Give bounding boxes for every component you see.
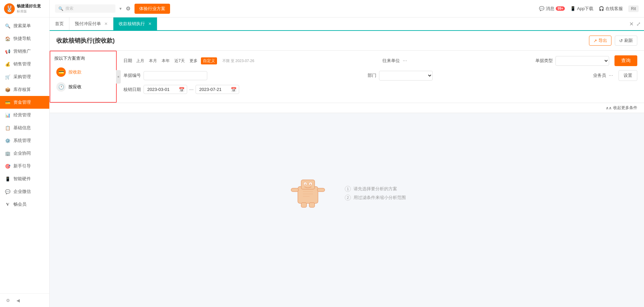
cal-start-icon: 📅	[179, 87, 184, 92]
wechat-icon: 💬	[5, 189, 11, 195]
salesperson-label: 业务员	[593, 72, 606, 79]
date-no-limit: 不限 至 2023-07-26	[222, 58, 254, 63]
sidebar-item-purchase[interactable]: 🛒 采购管理	[0, 70, 49, 83]
sidebar-bottom: ⚙ ◀	[0, 293, 49, 307]
tab-actions: ✕ ⤢	[626, 17, 644, 30]
date-label: 日期	[123, 58, 132, 64]
empty-hint-2: 2 用过滤条件来缩小分析范围	[345, 195, 406, 201]
salesperson-dots: ···	[609, 72, 613, 79]
message-badge: 99+	[556, 6, 565, 11]
sidebar-item-system[interactable]: ⚙️ 系统管理	[0, 134, 49, 147]
query-option-by-receipt[interactable]: 💳 按收款	[54, 65, 112, 80]
topbar: 🔍 搜索 ▾ ⚙ 体验行业方案 💬 消息 99+ 📱 App下载 🎧 在线客服 …	[50, 0, 644, 17]
solution-button[interactable]: 体验行业方案	[135, 4, 170, 14]
tab-collection-close[interactable]: ✕	[148, 21, 152, 26]
collapse-sidebar-icon[interactable]: ◀	[15, 297, 21, 304]
shortcut-more[interactable]: 更多	[188, 57, 199, 64]
search-topbar-icon: 🔍	[58, 6, 63, 11]
doc-number-input[interactable]	[144, 71, 207, 80]
sidebar-item-finance[interactable]: 💳 资金管理	[0, 96, 49, 109]
app-logo: 🐰 畅捷通好生意 标准版	[0, 0, 49, 17]
receipt-option-icon: 💳	[56, 67, 66, 77]
date-shortcuts: 上月 本月 本年 近7天 更多 自定义	[135, 57, 217, 64]
tab-collection[interactable]: 收款核销执行 ✕	[113, 17, 157, 30]
tab-close-all-icon[interactable]: ✕	[629, 21, 634, 27]
empty-illustration	[288, 176, 328, 210]
page-title: 收款核销执行(按收款)	[56, 37, 115, 45]
main-area: 🔍 搜索 ▾ ⚙ 体验行业方案 💬 消息 99+ 📱 App下载 🎧 在线客服 …	[50, 0, 644, 307]
hardware-icon: 📱	[5, 176, 11, 182]
purchase-icon: 🛒	[5, 74, 11, 80]
filter-row-2: 单据编号 部门 业务员 ··· 设置	[123, 70, 637, 81]
filter-area: 按以下方案查询 💳 按收款 🕐 按应收 « 日期	[50, 51, 644, 103]
message-button[interactable]: 💬 消息 99+	[539, 6, 565, 12]
shortcut-custom[interactable]: 自定义	[201, 57, 217, 64]
left-panel-title: 按以下方案查询	[54, 55, 112, 61]
topbar-dropdown-arrow[interactable]: ▾	[119, 6, 122, 11]
partner-label: 往来单位	[382, 58, 400, 64]
svg-point-5	[310, 184, 311, 185]
service-icon: 🎧	[599, 6, 604, 11]
sidebar-item-enterprise[interactable]: 🏢 企业协同	[0, 147, 49, 160]
tab-expand-icon[interactable]: ⤢	[636, 21, 641, 27]
collapse-more-button[interactable]: ∧∧ 收起更多条件	[606, 105, 637, 111]
tab-prepay[interactable]: 预付冲应付单 ✕	[69, 17, 113, 30]
sidebar-item-guide[interactable]: 🎯 新手引导	[0, 160, 49, 172]
sidebar-item-member[interactable]: V 畅会员	[0, 198, 49, 211]
shortcut-this-month[interactable]: 本月	[148, 57, 158, 64]
marketing-icon: 📢	[5, 48, 11, 54]
sidebar-item-search[interactable]: 🔍 搜索菜单	[0, 19, 49, 32]
shortcut-last-month[interactable]: 上月	[135, 57, 146, 64]
settings-bottom-icon[interactable]: ⚙	[5, 297, 11, 304]
sales-icon: 💰	[5, 61, 11, 67]
online-service-button[interactable]: 🎧 在线客服	[599, 6, 623, 12]
sidebar-item-basic[interactable]: 📋 基础信息	[0, 121, 49, 134]
shortcut-7days[interactable]: 近7天	[173, 57, 186, 64]
user-account[interactable]: Rit	[628, 5, 639, 12]
sidebar-item-operation[interactable]: 📊 经营管理	[0, 109, 49, 121]
write-off-date-label: 核销日期	[123, 87, 141, 93]
tab-home[interactable]: 首页	[50, 17, 69, 30]
guide-icon: 🎯	[5, 163, 11, 169]
tab-prepay-close[interactable]: ✕	[104, 21, 108, 26]
empty-content-row: 1 请先选择要分析的方案 2 用过滤条件来缩小分析范围	[288, 176, 406, 210]
panel-collapse-button[interactable]: «	[116, 70, 121, 84]
empty-hints: 1 请先选择要分析的方案 2 用过滤条件来缩小分析范围	[345, 186, 406, 201]
partner-filter-group: 往来单位 ···	[382, 58, 407, 64]
topbar-right: 💬 消息 99+ 📱 App下载 🎧 在线客服 Rit	[539, 5, 639, 12]
sidebar-item-hardware[interactable]: 📱 智能硬件	[0, 172, 49, 185]
doc-number-filter-group: 单据编号	[123, 71, 207, 80]
svg-rect-9	[309, 203, 315, 207]
page-actions: ↗ 导出 ↺ 刷新	[589, 36, 637, 46]
app-icon: 📱	[570, 6, 576, 11]
salesperson-filter-group: 业务员 ···	[593, 72, 613, 79]
collapse-more-bar: ∧∧ 收起更多条件	[50, 103, 644, 113]
query-option-by-receivable[interactable]: 🕐 按应收	[54, 80, 112, 94]
hint-number-2: 2	[345, 195, 351, 201]
doc-type-select[interactable]	[555, 56, 609, 66]
sidebar-item-quick-nav[interactable]: 🏠 快捷导航	[0, 32, 49, 45]
settings-button[interactable]: 设置	[619, 70, 637, 81]
sidebar-item-marketing[interactable]: 📢 营销推广	[0, 45, 49, 58]
query-button[interactable]: 查询	[614, 55, 637, 66]
basic-icon: 📋	[5, 125, 11, 131]
write-off-end-wrap: 📅	[196, 85, 239, 94]
tab-bar: 首页 预付冲应付单 ✕ 收款核销执行 ✕ ✕ ⤢	[50, 17, 644, 31]
sidebar-item-wechat[interactable]: 💬 企业微信	[0, 185, 49, 198]
sidebar: 🐰 畅捷通好生意 标准版 🔍 搜索菜单 🏠 快捷导航 📢 营销推广 💰 销售管理…	[0, 0, 50, 307]
empty-hint-1: 1 请先选择要分析的方案	[345, 186, 406, 192]
refresh-icon: ↺	[619, 38, 623, 43]
sidebar-item-inventory[interactable]: 📦 库存核算	[0, 83, 49, 96]
export-button[interactable]: ↗ 导出	[589, 36, 611, 46]
dept-select[interactable]	[379, 71, 433, 81]
refresh-button[interactable]: ↺ 刷新	[615, 36, 637, 46]
app-download-button[interactable]: 📱 App下载	[570, 6, 593, 12]
logo-text: 畅捷通好生意 标准版	[17, 4, 41, 13]
svg-point-4	[305, 184, 306, 185]
home-icon: 🏠	[5, 36, 11, 42]
logo-icon: 🐰	[4, 3, 15, 14]
shortcut-this-year[interactable]: 本年	[160, 57, 171, 64]
sidebar-item-sales[interactable]: 💰 销售管理	[0, 58, 49, 70]
svg-rect-6	[291, 188, 299, 192]
topbar-gear-icon[interactable]: ⚙	[126, 5, 130, 12]
